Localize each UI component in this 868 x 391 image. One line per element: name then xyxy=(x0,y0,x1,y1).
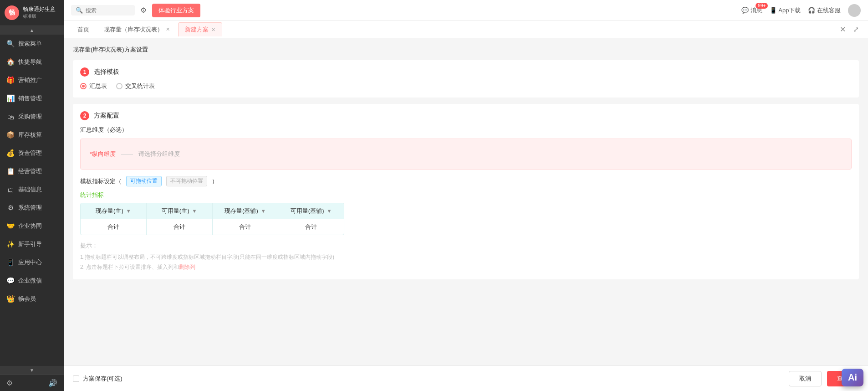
tab-inventory-status[interactable]: 现存量（库存状况表） ✕ xyxy=(97,23,176,36)
tab-inventory-close-icon[interactable]: ✕ xyxy=(166,26,170,32)
phone-icon-topbar: 📱 xyxy=(770,7,777,14)
ai-float-button[interactable]: Ai xyxy=(842,369,863,386)
sidebar-item-finance[interactable]: 💰 资金管理 xyxy=(0,144,64,162)
sidebar-scroll-down[interactable]: ▼ xyxy=(0,366,64,375)
radio-cross-dot xyxy=(116,83,123,89)
chat-icon: 💬 xyxy=(6,277,15,285)
sidebar-item-search[interactable]: 🔍 搜索菜单 xyxy=(0,35,64,53)
tabs-bar: 首页 现存量（库存状况表） ✕ 新建方案 ✕ ✕ ⤢ xyxy=(64,21,868,38)
sidebar-item-basic[interactable]: 🗂 基础信息 xyxy=(0,180,64,199)
tab-expand-icon[interactable]: ⤢ xyxy=(851,24,861,35)
home-icon: 🏠 xyxy=(6,58,15,66)
col2-chevron-icon: ▼ xyxy=(192,208,197,214)
step1-number: 1 xyxy=(80,67,89,77)
radio-summary-dot xyxy=(80,83,87,89)
stats-table-header: 现存量(主) ▼ 可用量(主) ▼ 现存量(基辅) ▼ 可用量(基辅) ▼ xyxy=(81,203,344,219)
bottom-bar: 方案保存(可选) 取消 查询 xyxy=(64,365,868,391)
stats-col4-header[interactable]: 可用量(基辅) ▼ xyxy=(278,203,344,219)
topbar-search-box[interactable]: 🔍 xyxy=(71,5,135,15)
template-section-label: 模板指标设定（ 可拖动位置 不可拖动位置 ） xyxy=(80,176,852,186)
sidebar-item-newbie[interactable]: ✨ 新手引导 xyxy=(0,235,64,253)
template-radio-group: 汇总表 交叉统计表 xyxy=(80,82,852,90)
gift-icon: 🎁 xyxy=(6,76,15,84)
audio-footer-icon[interactable]: 🔊 xyxy=(48,379,57,387)
step1-section: 1 选择模板 汇总表 交叉统计表 xyxy=(73,60,859,98)
stats-col1-cell: 合计 xyxy=(81,219,147,235)
gear-icon: ⚙ xyxy=(6,204,15,212)
col4-chevron-icon: ▼ xyxy=(327,208,332,214)
cancel-button[interactable]: 取消 xyxy=(789,371,822,386)
message-badge[interactable]: 💬 消息 99+ xyxy=(741,6,762,15)
sidebar-item-shortcut[interactable]: 🏠 快捷导航 xyxy=(0,53,64,71)
online-service-link[interactable]: 🎧 在线客服 xyxy=(808,6,841,15)
tips-item-2: 2. 点击标题栏下拉可设置排序、插入列和删除列 xyxy=(80,262,852,273)
sidebar-footer: ⚙ 🔊 xyxy=(0,375,64,391)
tips-item-1: 1.拖动标题栏可以调整布局，不可跨维度或指标区域拖动栏目字段(只能在同一维度或指… xyxy=(80,252,852,262)
step2-number: 2 xyxy=(80,111,89,120)
dimension-section-label: 汇总维度（必选） xyxy=(80,126,852,134)
message-count-badge: 99+ xyxy=(756,3,768,9)
tips-title: 提示： xyxy=(80,242,852,250)
non-draggable-badge: 不可拖动位置 xyxy=(166,176,207,186)
sidebar: 畅 畅康通好生意 标准版 ▲ 🔍 搜索菜单 🏠 快捷导航 🎁 营销推广 📊 销售… xyxy=(0,0,64,391)
sidebar-logo: 畅 畅康通好生意 标准版 xyxy=(0,0,64,26)
stats-col2-header[interactable]: 可用量(主) ▼ xyxy=(147,203,213,219)
dimension-dash: —— xyxy=(121,151,133,158)
tab-new-plan[interactable]: 新建方案 ✕ xyxy=(178,22,222,36)
sidebar-item-system[interactable]: ⚙ 系统管理 xyxy=(0,199,64,217)
shopping-icon: 🛍 xyxy=(6,113,15,121)
sidebar-item-cooperation[interactable]: 🤝 企业协同 xyxy=(0,217,64,235)
save-checkbox-box[interactable] xyxy=(73,376,79,382)
dimension-row: *纵向维度 —— 请选择分组维度 xyxy=(90,150,842,158)
tab-home[interactable]: 首页 xyxy=(71,23,96,36)
sparkle-icon: ✨ xyxy=(6,240,15,248)
page-title: 现存量(库存状况表)方案设置 xyxy=(73,46,859,54)
sidebar-item-vip[interactable]: 👑 畅会员 xyxy=(0,290,64,308)
save-checkbox-label[interactable]: 方案保存(可选) xyxy=(73,375,123,383)
message-icon: 💬 xyxy=(741,7,749,14)
topbar-gear-icon[interactable]: ⚙ xyxy=(140,6,147,15)
sidebar-nav: 🔍 搜索菜单 🏠 快捷导航 🎁 营销推广 📊 销售管理 🛍 采购管理 📦 库存核… xyxy=(0,35,64,366)
step1-header: 1 选择模板 xyxy=(80,67,852,77)
money-icon: 💰 xyxy=(6,149,15,157)
app-download-link[interactable]: 📱 App下载 xyxy=(770,6,801,15)
main-content: 现存量(库存状况表)方案设置 1 选择模板 汇总表 交叉统计表 2 xyxy=(64,38,868,365)
step2-label: 方案配置 xyxy=(94,112,119,120)
logo-icon: 畅 xyxy=(5,5,19,20)
crown-icon: 👑 xyxy=(6,295,15,303)
search-icon: 🔍 xyxy=(6,40,15,48)
dimension-placeholder[interactable]: 请选择分组维度 xyxy=(138,150,180,158)
folder-icon: 🗂 xyxy=(6,185,15,194)
logo-text: 畅康通好生意 标准版 xyxy=(23,6,56,20)
handshake-icon: 🤝 xyxy=(6,222,15,230)
topbar: 🔍 ⚙ 体验行业方案 💬 消息 99+ 📱 App下载 🎧 在线客服 xyxy=(64,0,868,21)
search-icon-topbar: 🔍 xyxy=(76,7,83,14)
settings-footer-icon[interactable]: ⚙ xyxy=(6,379,13,387)
topbar-right: 💬 消息 99+ 📱 App下载 🎧 在线客服 xyxy=(741,4,861,17)
tab-new-plan-close-icon[interactable]: ✕ xyxy=(211,27,215,33)
trial-industry-button[interactable]: 体验行业方案 xyxy=(152,4,200,17)
search-input[interactable] xyxy=(86,7,127,14)
sidebar-item-purchase[interactable]: 🛍 采购管理 xyxy=(0,108,64,126)
stats-col1-header[interactable]: 现存量(主) ▼ xyxy=(81,203,147,219)
sidebar-item-inventory[interactable]: 📦 库存核算 xyxy=(0,126,64,144)
stats-col3-header[interactable]: 现存量(基辅) ▼ xyxy=(213,203,279,219)
col3-chevron-icon: ▼ xyxy=(261,208,266,214)
radio-summary[interactable]: 汇总表 xyxy=(80,82,107,90)
stats-col2-cell: 合计 xyxy=(147,219,213,235)
sidebar-item-wechat[interactable]: 💬 企业微信 xyxy=(0,272,64,290)
sidebar-item-management[interactable]: 📋 经营管理 xyxy=(0,162,64,180)
sidebar-scroll-up[interactable]: ▲ xyxy=(0,26,64,35)
sidebar-item-apps[interactable]: 📱 应用中心 xyxy=(0,253,64,272)
sidebar-item-marketing[interactable]: 🎁 营销推广 xyxy=(0,71,64,89)
tab-minimize-icon[interactable]: ✕ xyxy=(838,24,848,35)
tab-corner: ✕ ⤢ xyxy=(838,24,861,35)
clipboard-icon: 📋 xyxy=(6,167,15,175)
user-avatar[interactable] xyxy=(848,4,861,17)
sidebar-item-sales[interactable]: 📊 销售管理 xyxy=(0,89,64,108)
radio-cross[interactable]: 交叉统计表 xyxy=(116,82,155,90)
tips-section: 提示： 1.拖动标题栏可以调整布局，不可跨维度或指标区域拖动栏目字段(只能在同一… xyxy=(80,242,852,272)
step2-header: 2 方案配置 xyxy=(80,111,852,120)
stats-section-label: 统计指标 xyxy=(80,191,852,199)
step1-label: 选择模板 xyxy=(94,68,119,76)
